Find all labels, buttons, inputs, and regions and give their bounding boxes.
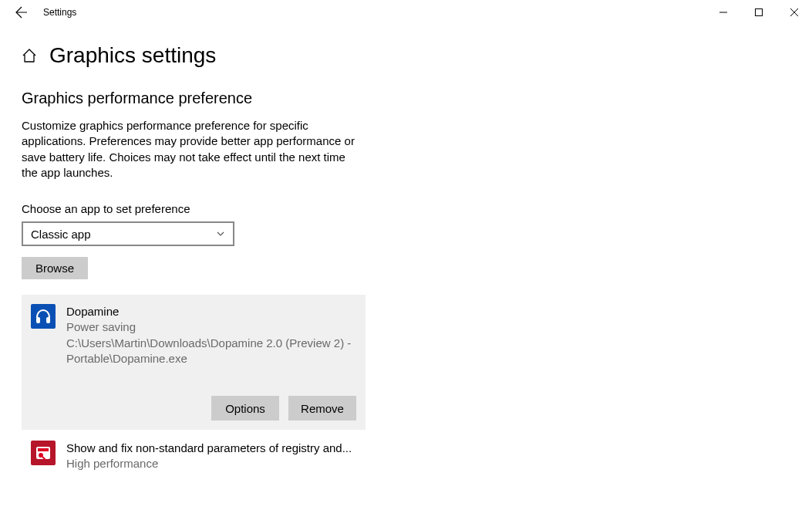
- close-icon: [790, 8, 798, 16]
- browse-button[interactable]: Browse: [22, 257, 88, 279]
- maximize-button[interactable]: [741, 0, 777, 25]
- remove-button[interactable]: Remove: [288, 396, 356, 420]
- card-actions: Options Remove: [31, 396, 356, 420]
- section-title: Graphics performance preference: [22, 90, 364, 107]
- svg-rect-0: [756, 9, 763, 16]
- minimize-icon: [719, 8, 727, 16]
- app-card[interactable]: Show and fix non-standard parameters of …: [22, 441, 366, 472]
- dropdown-value: Classic app: [31, 228, 91, 241]
- app-icon-dopamine: [31, 304, 56, 329]
- app-info: Show and fix non-standard parameters of …: [66, 441, 356, 472]
- minimize-button[interactable]: [706, 0, 741, 25]
- page-title: Graphics settings: [49, 43, 216, 68]
- svg-rect-2: [46, 317, 50, 323]
- app-name: Dopamine: [66, 304, 356, 319]
- app-row: Dopamine Power saving C:\Users\Martin\Do…: [31, 304, 356, 366]
- chevron-down-icon: [216, 229, 225, 238]
- svg-rect-4: [38, 448, 49, 451]
- app-info: Dopamine Power saving C:\Users\Martin\Do…: [66, 304, 356, 366]
- app-preference: Power saving: [66, 319, 356, 335]
- main-content: Graphics performance preference Customiz…: [0, 83, 386, 489]
- close-button[interactable]: [777, 0, 812, 25]
- maximize-icon: [755, 8, 763, 16]
- headphones-icon: [34, 307, 52, 326]
- arrow-left-icon: [15, 6, 28, 19]
- app-row: Show and fix non-standard parameters of …: [31, 441, 356, 472]
- home-icon: [22, 48, 37, 63]
- svg-rect-1: [36, 317, 40, 323]
- section-description: Customize graphics performance preferenc…: [22, 118, 361, 181]
- registry-tool-icon: [34, 444, 52, 462]
- app-card-selected[interactable]: Dopamine Power saving C:\Users\Martin\Do…: [22, 295, 366, 430]
- page-header: Graphics settings: [0, 25, 812, 83]
- app-icon-registry: [31, 441, 56, 465]
- titlebar: Settings: [0, 0, 812, 25]
- options-button[interactable]: Options: [211, 396, 279, 420]
- home-button[interactable]: [22, 48, 37, 63]
- window-title: Settings: [43, 7, 76, 18]
- choose-app-label: Choose an app to set preference: [22, 202, 364, 215]
- app-name: Show and fix non-standard parameters of …: [66, 441, 356, 456]
- window-controls: [706, 0, 812, 25]
- app-type-dropdown[interactable]: Classic app: [22, 221, 234, 246]
- app-preference: High performance: [66, 456, 356, 471]
- back-button[interactable]: [6, 0, 37, 25]
- app-path: C:\Users\Martin\Downloads\Dopamine 2.0 (…: [66, 336, 356, 367]
